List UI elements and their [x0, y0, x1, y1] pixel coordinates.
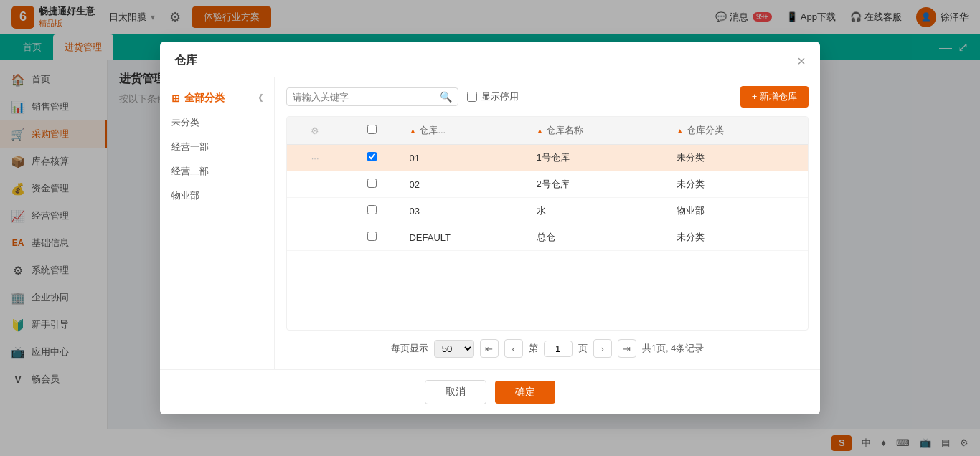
grid-icon: ⊞	[171, 92, 180, 104]
table-row[interactable]: DEFAULT 总仓 未分类	[287, 224, 808, 251]
page-number-input[interactable]	[544, 341, 573, 357]
first-page-button[interactable]: ⇤	[480, 339, 499, 358]
sort-icon: ▲	[409, 127, 416, 135]
row-name: 2号仓库	[528, 171, 668, 198]
category-unclassified[interactable]: 未分类	[160, 110, 274, 135]
category-operations-1[interactable]: 经营一部	[160, 135, 274, 159]
row-gear-cell: ···	[287, 145, 343, 171]
table-header-row: ⚙ ▲仓库... ▲仓库名称 ▲仓库分类	[287, 117, 808, 145]
select-all-checkbox[interactable]	[367, 125, 377, 134]
table-body: ··· 01 1号仓库 未分类 02 2号仓库 未分类 03 水 物业部 DEF…	[287, 145, 808, 251]
all-categories-header[interactable]: ⊞ 全部分类 《	[160, 86, 274, 110]
row-category: 未分类	[668, 224, 808, 251]
row-code: DEFAULT	[400, 224, 527, 251]
table-row[interactable]: ··· 01 1号仓库 未分类	[287, 145, 808, 171]
search-icon: 🔍	[440, 91, 452, 103]
col-name: ▲仓库名称	[528, 117, 668, 145]
modal-footer: 取消 确定	[160, 369, 820, 414]
sort-icon-name: ▲	[537, 127, 544, 135]
cancel-button[interactable]: 取消	[425, 380, 486, 404]
row-category: 物业部	[668, 198, 808, 224]
row-gear-cell	[287, 198, 343, 224]
category-property[interactable]: 物业部	[160, 184, 274, 208]
sort-icon-cat: ▲	[677, 127, 684, 135]
category-panel: ⊞ 全部分类 《 未分类 经营一部 经营二部 物业部	[160, 77, 275, 369]
table-row[interactable]: 02 2号仓库 未分类	[287, 171, 808, 198]
warehouse-table-wrap: ⚙ ▲仓库... ▲仓库名称 ▲仓库分类	[286, 116, 809, 331]
modal-overlay: 仓库 × ⊞ 全部分类 《 未分类 经营一部 经营二部 物业部	[0, 0, 980, 456]
row-name: 水	[528, 198, 668, 224]
row-name: 1号仓库	[528, 145, 668, 171]
last-page-button[interactable]: ⇥	[618, 339, 636, 358]
warehouse-list-panel: 🔍 显示停用 + 新增仓库 ⚙	[275, 77, 820, 369]
per-page-select[interactable]: 50 20 100	[434, 340, 474, 358]
show-disabled-wrap: 显示停用	[467, 90, 519, 103]
confirm-button[interactable]: 确定	[495, 381, 555, 404]
search-input-wrap: 🔍	[286, 87, 458, 106]
table-row[interactable]: 03 水 物业部	[287, 198, 808, 224]
prev-page-button[interactable]: ‹	[504, 339, 523, 358]
col-code: ▲仓库...	[400, 117, 527, 145]
row-checkbox[interactable]	[367, 232, 377, 241]
row-gear-cell	[287, 171, 343, 198]
modal-body: ⊞ 全部分类 《 未分类 经营一部 经营二部 物业部 🔍	[160, 77, 820, 369]
col-checkbox	[343, 117, 400, 145]
row-checkbox-cell	[343, 145, 400, 171]
row-checkbox-cell	[343, 198, 400, 224]
show-disabled-checkbox[interactable]	[467, 92, 477, 102]
collapse-icon[interactable]: 《	[254, 92, 263, 105]
row-checkbox[interactable]	[367, 152, 377, 161]
row-code: 01	[400, 145, 527, 171]
row-checkbox-cell	[343, 224, 400, 251]
warehouse-table: ⚙ ▲仓库... ▲仓库名称 ▲仓库分类	[287, 117, 808, 251]
modal-header: 仓库 ×	[160, 42, 820, 77]
row-category: 未分类	[668, 171, 808, 198]
gear-icon: ⚙	[311, 125, 319, 136]
warehouse-modal: 仓库 × ⊞ 全部分类 《 未分类 经营一部 经营二部 物业部	[160, 42, 820, 414]
row-code: 02	[400, 171, 527, 198]
more-icon[interactable]: ···	[311, 153, 319, 163]
col-category: ▲仓库分类	[668, 117, 808, 145]
row-checkbox[interactable]	[367, 179, 377, 188]
row-name: 总仓	[528, 224, 668, 251]
next-page-button[interactable]: ›	[593, 339, 612, 358]
row-checkbox-cell	[343, 171, 400, 198]
modal-close-button[interactable]: ×	[797, 54, 806, 68]
pagination: 每页显示 50 20 100 ⇤ ‹ 第 页 › ⇥ 共1页, 4条记录	[286, 331, 809, 361]
modal-title: 仓库	[174, 53, 197, 68]
category-operations-2[interactable]: 经营二部	[160, 159, 274, 184]
row-code: 03	[400, 198, 527, 224]
add-warehouse-button[interactable]: + 新增仓库	[740, 86, 809, 108]
search-input[interactable]	[293, 92, 440, 103]
row-category: 未分类	[668, 145, 808, 171]
row-gear-cell	[287, 224, 343, 251]
row-checkbox[interactable]	[367, 205, 377, 214]
col-gear: ⚙	[287, 117, 343, 145]
search-bar: 🔍 显示停用 + 新增仓库	[286, 86, 809, 108]
